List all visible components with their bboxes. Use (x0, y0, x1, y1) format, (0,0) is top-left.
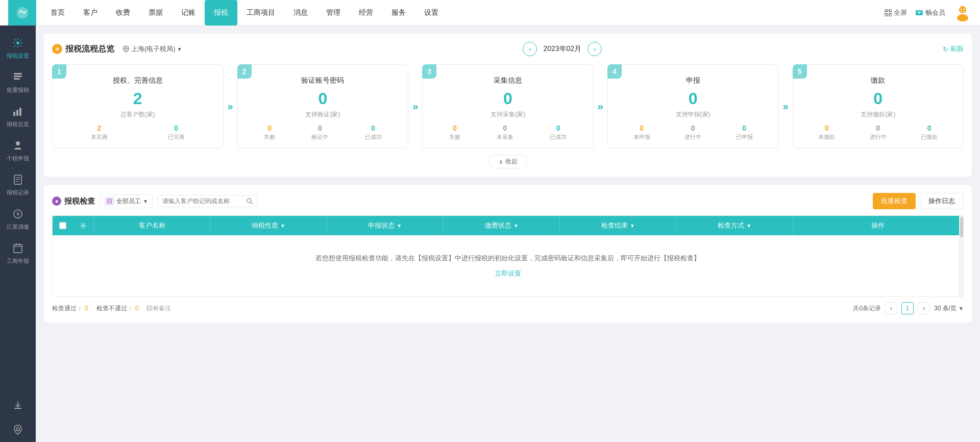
svg-point-31 (247, 199, 251, 203)
collapse-button[interactable]: ∧ 收起 (488, 155, 528, 168)
search-input[interactable] (162, 198, 244, 205)
footer-note: 囧有备注 (146, 304, 171, 313)
prev-month-button[interactable]: ‹ (523, 42, 537, 56)
sidebar-item-personal-tax[interactable]: 个税申报 (0, 133, 36, 167)
download-icon (11, 398, 25, 412)
setup-link[interactable]: 立即设置 (495, 267, 521, 280)
sidebar-item-settlement[interactable]: ¥ 汇算清缴 (0, 202, 36, 236)
op-log-button[interactable]: 操作日志 (920, 193, 964, 209)
svg-rect-0 (885, 9, 887, 12)
sidebar-item-location[interactable] (0, 418, 36, 442)
step-desc-2: 支持验证(家) (246, 110, 400, 119)
refresh-icon: ↻ (943, 45, 948, 53)
sidebar-item-annual-report[interactable]: 工商年报 (0, 236, 36, 270)
th-checkbox[interactable] (53, 216, 73, 235)
step-title-3: 采集信息 (431, 76, 585, 85)
nav-fee[interactable]: 收费 (107, 0, 139, 26)
filter-icon[interactable]: ▼ (630, 223, 635, 229)
th-tax-nature: 纳税性质 ▼ (210, 216, 326, 235)
stat-item: 0 验证中 (311, 124, 328, 141)
svg-point-17 (16, 141, 20, 145)
tax-bureau-selector[interactable]: 上海(电子税局) ▼ (122, 44, 182, 54)
pass-val[interactable]: 0 (85, 305, 88, 312)
filter-icon[interactable]: ▼ (746, 223, 751, 229)
step-count-2: 0 (246, 89, 400, 108)
nav-tax[interactable]: 报税 (205, 0, 237, 26)
nav-message[interactable]: 消息 (284, 0, 317, 26)
sidebar-label-settlement: 汇算清缴 (7, 223, 29, 231)
nav-home[interactable]: 首页 (41, 0, 74, 26)
check-table: 客户名称 纳税性质 ▼ 申报状态 ▼ 缴费状态 ▼ 检查 (52, 215, 964, 297)
sidebar-label-annual-report: 工商年报 (7, 257, 29, 265)
table-empty-body: 若您想使用报税检查功能，请先在【报税设置】中进行报税的初始化设置，完成密码验证和… (53, 235, 963, 297)
sidebar-label-tax-records: 报税记录 (7, 189, 29, 197)
nav-customer[interactable]: 客户 (74, 0, 107, 26)
settings-icon (80, 222, 87, 229)
sidebar-label-personal-tax: 个税申报 (7, 155, 29, 162)
svg-rect-11 (14, 73, 22, 75)
step-stats-3: 0 失败 0 未采集 0 已成功 (431, 124, 585, 141)
flow-header: + 报税流程总览 上海(电子税局) ▼ ‹ 2023年02月 › ↻ 刷新 (52, 42, 964, 56)
nav-settings[interactable]: 设置 (415, 0, 448, 26)
sidebar-item-download[interactable] (0, 393, 36, 418)
search-box (158, 195, 258, 207)
stat-item: 0 失败 (264, 124, 275, 141)
search-icon (246, 198, 253, 205)
th-settings[interactable] (73, 216, 93, 235)
svg-rect-24 (14, 244, 22, 253)
filter-icon[interactable]: ▼ (397, 223, 402, 229)
stat-item: 0 已成功 (365, 124, 382, 141)
th-operation: 操作 (793, 216, 963, 235)
nav-service[interactable]: 服务 (382, 0, 415, 26)
stat-item: 0 未申报 (633, 124, 650, 141)
fullscreen-button[interactable]: 全屏 (885, 8, 907, 17)
refresh-button[interactable]: ↻ 刷新 (943, 44, 964, 54)
page-size-selector[interactable]: 30 条/页 ▼ (934, 304, 964, 313)
stat-val-verified: 0 (371, 124, 375, 132)
step-desc-3: 支持采集(家) (431, 110, 585, 119)
staff-filter[interactable]: 囧 全部员工 ▼ (100, 194, 153, 208)
step-title-5: 缴款 (801, 76, 955, 85)
select-all-checkbox[interactable] (59, 222, 66, 229)
table-header: 客户名称 纳税性质 ▼ 申报状态 ▼ 缴费状态 ▼ 检查 (53, 216, 963, 235)
app-logo (8, 0, 36, 26)
step-count-1: 2 (61, 89, 215, 108)
nav-accounting[interactable]: 记账 (172, 0, 205, 26)
sidebar-item-batch-tax[interactable]: 批量报税 (0, 65, 36, 99)
next-month-button[interactable]: › (587, 42, 602, 56)
prev-page-button[interactable]: ‹ (885, 302, 897, 314)
nav-bizproject[interactable]: 工商项目 (237, 0, 284, 26)
filter-icon[interactable]: ▼ (280, 223, 285, 229)
svg-point-8 (961, 8, 962, 10)
svg-rect-15 (16, 110, 18, 116)
filter-icon[interactable]: ▼ (513, 223, 519, 229)
fail-val[interactable]: 0 (135, 305, 139, 312)
nav-business[interactable]: 经营 (350, 0, 382, 26)
batch-check-button[interactable]: 批量检查 (873, 193, 916, 209)
avatar[interactable] (953, 4, 972, 22)
scrollbar-thumb (960, 217, 963, 237)
staff-filter-text: 全部员工 (116, 197, 141, 206)
sidebar-item-tax-records[interactable]: 报税记录 (0, 167, 36, 202)
nav-menu: 首页 客户 收费 票据 记账 报税 工商项目 消息 管理 经营 服务 设置 (41, 0, 885, 26)
nav-manage[interactable]: 管理 (317, 0, 350, 26)
sidebar-item-tax-settings[interactable]: 报税设置 (0, 31, 36, 65)
flow-title-text: 报税流程总览 (65, 44, 114, 55)
next-page-button[interactable]: › (918, 302, 930, 314)
svg-line-32 (251, 202, 253, 204)
nav-invoice[interactable]: 票据 (139, 0, 172, 26)
fullscreen-label: 全屏 (894, 8, 907, 17)
batch-tax-icon (11, 70, 25, 84)
sidebar-item-tax-overview[interactable]: 报税总览 (0, 99, 36, 133)
svg-point-30 (125, 47, 127, 50)
flow-month-nav: ‹ 2023年02月 › (523, 42, 602, 56)
step-stats-2: 0 失败 0 验证中 0 已成功 (246, 124, 400, 141)
svg-rect-28 (14, 408, 21, 409)
table-footer: 检查通过： 0 检查不通过： 0 囧有备注 共0条记录 ‹ 1 › 30 条/页… (52, 302, 964, 314)
th-customer-name: 客户名称 (93, 216, 210, 235)
table-scrollbar[interactable] (959, 216, 963, 297)
stat-item: 2 未完善 (91, 124, 108, 141)
vip-button[interactable]: 畅会员 (915, 8, 945, 17)
check-header-right: 批量检查 操作日志 (873, 193, 964, 209)
svg-rect-1 (889, 9, 892, 12)
